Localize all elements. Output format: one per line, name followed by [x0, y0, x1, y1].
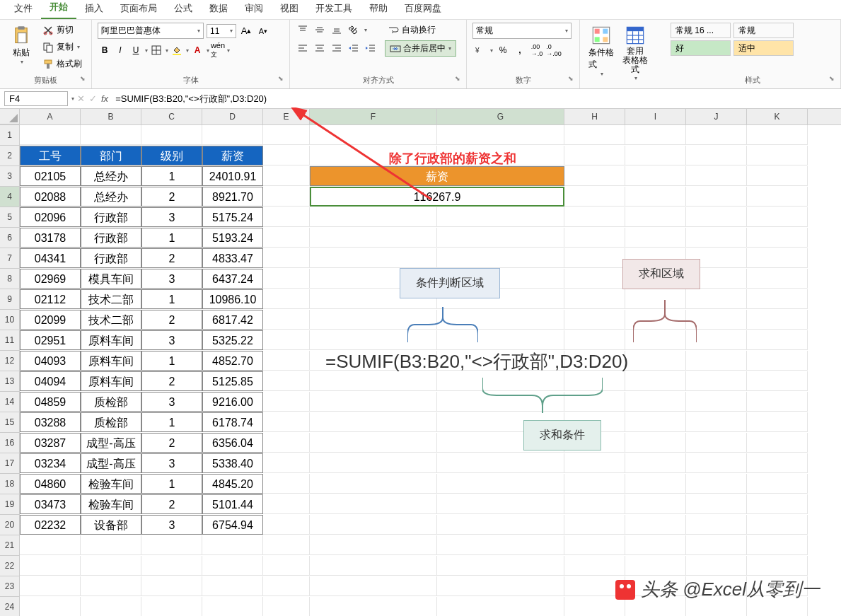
cell-K10[interactable]: [747, 310, 808, 330]
row-header-19[interactable]: 19: [0, 494, 20, 515]
cell-I5[interactable]: [625, 207, 686, 227]
cell-E23[interactable]: [263, 576, 310, 596]
align-center-button[interactable]: [313, 41, 327, 55]
cell-F16[interactable]: [310, 433, 437, 453]
cell-D6[interactable]: 5193.24: [202, 228, 263, 248]
cell-G6[interactable]: [437, 228, 564, 248]
col-header-I[interactable]: I: [625, 109, 686, 124]
cell-A7[interactable]: 04341: [20, 248, 81, 268]
cell-K12[interactable]: [747, 351, 808, 371]
row-header-7[interactable]: 7: [0, 248, 20, 269]
align-right-button[interactable]: [330, 41, 344, 55]
cell-F22[interactable]: [310, 556, 437, 576]
accounting-format-button[interactable]: ¥: [472, 43, 487, 57]
cell-F7[interactable]: [310, 248, 437, 268]
row-header-23[interactable]: 23: [0, 576, 20, 597]
cell-C17[interactable]: 3: [141, 453, 202, 473]
menu-tab-7[interactable]: 视图: [272, 0, 307, 19]
cell-C16[interactable]: 2: [141, 433, 202, 453]
increase-decimal-button[interactable]: .00→.0: [530, 43, 544, 57]
col-header-G[interactable]: G: [437, 109, 564, 124]
cell-C3[interactable]: 1: [141, 166, 202, 186]
cell-K6[interactable]: [747, 228, 808, 248]
cell-K7[interactable]: [747, 248, 808, 268]
menu-tab-1[interactable]: 开始: [41, 0, 76, 19]
cell-D16[interactable]: 6356.04: [202, 433, 263, 453]
cell-J19[interactable]: [686, 494, 747, 514]
cell-A19[interactable]: 03473: [20, 494, 81, 514]
cell-G22[interactable]: [437, 556, 564, 576]
conditional-format-button[interactable]: 条件格式▾: [586, 23, 617, 80]
cell-E18[interactable]: [263, 474, 310, 494]
cell-B3[interactable]: 总经办: [81, 166, 141, 186]
cell-J3[interactable]: [686, 166, 747, 186]
cell-J14[interactable]: [686, 392, 747, 412]
row-header-4[interactable]: 4: [0, 187, 20, 207]
cell-E6[interactable]: [263, 228, 310, 248]
row-header-2[interactable]: 2: [0, 146, 20, 166]
cell-C13[interactable]: 2: [141, 371, 202, 391]
cell-G23[interactable]: [437, 576, 564, 596]
cell-B24[interactable]: [81, 597, 141, 616]
menu-tab-8[interactable]: 开发工具: [307, 0, 361, 19]
cell-E24[interactable]: [263, 597, 310, 616]
cell-K14[interactable]: [747, 392, 808, 412]
cell-D23[interactable]: [202, 576, 263, 596]
menu-tab-0[interactable]: 文件: [6, 0, 41, 19]
cell-J22[interactable]: [686, 556, 747, 576]
cell-K17[interactable]: [747, 453, 808, 473]
cell-H21[interactable]: [564, 535, 625, 555]
cell-B8[interactable]: 模具车间: [81, 269, 141, 289]
cell-E7[interactable]: [263, 248, 310, 268]
col-header-C[interactable]: C: [141, 109, 202, 124]
cell-K13[interactable]: [747, 371, 808, 391]
cell-C9[interactable]: 1: [141, 289, 202, 309]
row-header-3[interactable]: 3: [0, 166, 20, 187]
cell-H20[interactable]: [564, 515, 625, 535]
cell-E11[interactable]: [263, 330, 310, 350]
cell-E21[interactable]: [263, 535, 310, 555]
cancel-formula-icon[interactable]: ✕: [77, 93, 85, 104]
cell-I6[interactable]: [625, 228, 686, 248]
cell-H10[interactable]: [564, 310, 625, 330]
cell-K5[interactable]: [747, 207, 808, 227]
cell-A18[interactable]: 04860: [20, 474, 81, 494]
cell-J16[interactable]: [686, 433, 747, 453]
cell-H3[interactable]: [564, 166, 625, 186]
menu-tab-9[interactable]: 帮助: [361, 0, 396, 19]
cell-A14[interactable]: 04859: [20, 392, 81, 412]
cell-B20[interactable]: 设备部: [81, 515, 141, 535]
format-as-table-button[interactable]: 套用 表格格式▾: [620, 23, 651, 84]
cell-I1[interactable]: [625, 125, 686, 145]
cell-B11[interactable]: 原料车间: [81, 330, 141, 350]
row-header-18[interactable]: 18: [0, 474, 20, 494]
cell-H4[interactable]: [564, 187, 625, 207]
cell-I18[interactable]: [625, 474, 686, 494]
orientation-button[interactable]: ab: [347, 23, 361, 37]
menu-tab-5[interactable]: 数据: [201, 0, 236, 19]
cell-A2[interactable]: 工号: [20, 146, 81, 165]
comma-button[interactable]: ,: [513, 43, 527, 57]
cell-A16[interactable]: 03287: [20, 433, 81, 453]
col-header-B[interactable]: B: [81, 109, 141, 124]
fx-icon[interactable]: fx: [101, 93, 108, 104]
row-header-16[interactable]: 16: [0, 433, 20, 453]
cell-D5[interactable]: 5175.24: [202, 207, 263, 227]
cell-G5[interactable]: [437, 207, 564, 227]
cell-K18[interactable]: [747, 474, 808, 494]
cell-D22[interactable]: [202, 556, 263, 576]
cell-E10[interactable]: [263, 310, 310, 330]
cut-button[interactable]: 剪切: [40, 23, 85, 37]
cell-B18[interactable]: 检验车间: [81, 474, 141, 494]
cell-B23[interactable]: [81, 576, 141, 596]
cell-E13[interactable]: [263, 371, 310, 391]
cell-K15[interactable]: [747, 412, 808, 432]
percent-button[interactable]: %: [496, 43, 510, 57]
formula-input[interactable]: =SUMIF(B3:B20,"<>行政部",D3:D20): [111, 91, 837, 107]
cell-I2[interactable]: [625, 146, 686, 165]
cell-B4[interactable]: 总经办: [81, 187, 141, 207]
wrap-text-button[interactable]: 自动换行: [385, 23, 456, 37]
cell-K22[interactable]: [747, 556, 808, 576]
cell-I15[interactable]: [625, 412, 686, 432]
italic-button[interactable]: I: [113, 43, 127, 57]
